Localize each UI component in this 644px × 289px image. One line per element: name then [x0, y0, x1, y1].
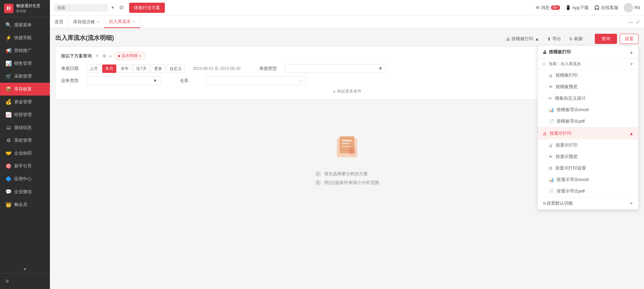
dp-tpdf-label: 按模板导出pdf: [557, 118, 585, 124]
dp-dpdf-icon: 📄: [549, 189, 554, 194]
sidebar-item-marketing[interactable]: 📢 营销推广: [0, 44, 50, 57]
date-btn-last-month[interactable]: 上月: [87, 64, 101, 73]
sidebar-item-label-system: 系统管理: [14, 137, 32, 143]
sidebar-item-wechat[interactable]: 💬 企业微信: [0, 185, 50, 198]
sidebar-item-guide[interactable]: 🎯 新手引导: [0, 160, 50, 173]
dp-header-collapse-btn[interactable]: ▲: [629, 50, 634, 55]
doc-type-label: 单据类型: [259, 65, 280, 72]
date-btns: 上月 本月 本年 近7天 更多 自定义: [87, 64, 185, 73]
user-avatar-btn[interactable]: Rit: [624, 3, 640, 12]
sidebar-item-inventory[interactable]: 📦 库存核算: [0, 83, 50, 96]
sidebar-item-app-center[interactable]: 🔷 应用中心: [0, 173, 50, 185]
window-maximize-btn[interactable]: ⤢: [636, 19, 640, 25]
tab-batch-account[interactable]: 库存批次账 ×: [68, 16, 104, 28]
date-btn-custom[interactable]: 自定义: [167, 64, 185, 73]
app-download-icon: 📱: [565, 5, 571, 10]
customer-service-btn[interactable]: 🎧 在线客服: [594, 5, 618, 11]
filter-chip-close[interactable]: ×: [139, 54, 141, 58]
topbar-gear-icon[interactable]: ⚙: [119, 4, 124, 11]
dp-display-header-icon: 🖨: [543, 131, 547, 136]
dp-display-excel-btn[interactable]: 📊 按显示导出excel: [538, 174, 638, 185]
app-center-icon: 🔷: [5, 176, 11, 182]
svg-rect-4: [342, 146, 350, 147]
filter-collapse-icon[interactable]: «: [109, 53, 112, 58]
dp-display-print-btn[interactable]: 🖨 按显示打印: [538, 139, 638, 151]
dp-template-print-btn[interactable]: 🖨 按模板打印: [538, 70, 638, 81]
filter-settings-icon[interactable]: ⚙: [103, 53, 107, 58]
date-btn-7days[interactable]: 近7天: [133, 64, 150, 73]
avatar: [624, 3, 633, 12]
sidebar-item-member[interactable]: 👑 畅会员: [0, 198, 50, 211]
sidebar-item-operations[interactable]: 📈 经营管理: [0, 108, 50, 121]
quick-nav-icon: ⚡: [5, 35, 11, 41]
dp-footer[interactable]: ⚙ 设置默认功能 ▼: [538, 197, 638, 209]
dp-display-settings-btn[interactable]: ⚙ 按显示打印设置: [538, 162, 638, 174]
sidebar-item-label-app-center: 应用中心: [14, 176, 32, 182]
topbar-dropdown-icon[interactable]: ▼: [111, 5, 115, 10]
settings-btn[interactable]: 设置: [620, 34, 639, 44]
sidebar-item-label-operations: 经营管理: [14, 112, 32, 118]
dp-dpreview-icon: 👁: [549, 154, 553, 159]
sidebar-item-label-marketing: 营销推广: [14, 48, 32, 54]
refresh-toolbar-btn[interactable]: ↻ 刷新: [566, 34, 586, 44]
filter-add-btn[interactable]: ＋: [94, 52, 100, 59]
window-minimize-btn[interactable]: —: [628, 19, 633, 25]
sidebar-item-search[interactable]: 🔍 搜索菜单: [0, 19, 50, 31]
filter-chip[interactable]: 流水明细 ×: [114, 52, 145, 60]
date-btn-this-month[interactable]: 本月: [102, 64, 116, 73]
sidebar-item-label-cooperation: 企业协同: [14, 150, 32, 156]
warehouse-more-icon[interactable]: ···: [299, 78, 303, 83]
business-type-dropdown[interactable]: ▼: [87, 76, 161, 85]
sidebar-item-sales[interactable]: 📊 销售管理: [0, 57, 50, 70]
sidebar-item-finance[interactable]: 💰 资金管理: [0, 96, 50, 108]
tab-batch-account-close[interactable]: ×: [97, 20, 99, 24]
dp-dexcel-label: 按显示导出excel: [557, 177, 589, 183]
purchase-icon: 🛒: [5, 73, 11, 79]
sidebar-item-quick-nav[interactable]: ⚡ 快捷导航: [0, 31, 50, 44]
date-btn-this-year[interactable]: 本年: [118, 64, 132, 73]
warehouse-input[interactable]: ···: [205, 76, 306, 85]
svg-text:?: ?: [350, 149, 353, 154]
sidebar-item-purchase[interactable]: 🛒 采购管理: [0, 70, 50, 83]
trial-btn[interactable]: 体验行业方案: [129, 3, 165, 13]
query-btn[interactable]: 查询: [595, 34, 617, 44]
guide-icon: 🎯: [5, 163, 11, 169]
dp-display-preview-btn[interactable]: 👁 按显示预览: [538, 151, 638, 162]
sidebar-scroll-down[interactable]: ▼: [0, 265, 50, 273]
dp-template-custom-btn[interactable]: ✏ 模板自定义设计: [538, 93, 638, 104]
dp-current-icon: ⊙: [543, 62, 546, 67]
date-btn-more[interactable]: 更多: [151, 64, 165, 73]
message-btn[interactable]: ✉ 消息 99+: [536, 5, 560, 11]
dp-texcel-icon: 📊: [549, 107, 554, 112]
dp-tcustom-icon: ✏: [549, 96, 552, 101]
search-input[interactable]: [54, 4, 108, 11]
dp-dexcel-icon: 📊: [549, 177, 554, 182]
doc-type-dropdown[interactable]: ▼: [285, 64, 386, 73]
export-toolbar-btn[interactable]: ⬆ 导出: [545, 34, 564, 44]
app-download-btn[interactable]: 📱 App下载: [565, 5, 589, 11]
app-download-label: App下载: [572, 5, 589, 11]
message-badge: 99+: [551, 5, 560, 10]
dp-template-preview-btn[interactable]: 👁 按模板预览: [538, 81, 638, 93]
tab-flow[interactable]: 出入库流水 ×: [104, 16, 140, 28]
dp-current-label: 当前：出入库流水: [549, 61, 581, 67]
sidebar-item-basic-info[interactable]: 🗂 基础信息: [0, 121, 50, 134]
sidebar-item-cooperation[interactable]: 🤝 企业协同: [0, 147, 50, 160]
dp-display-header[interactable]: 🖨 按显示打印 ▲: [538, 127, 638, 139]
dp-current-item[interactable]: ⊙ 当前：出入库流水 ▼: [538, 59, 638, 69]
tab-home[interactable]: 首页: [50, 16, 68, 28]
dp-footer-label: 设置默认功能: [547, 200, 573, 206]
sidebar-item-system[interactable]: ⚙ 系统管理: [0, 134, 50, 147]
sales-icon: 📊: [5, 60, 11, 67]
template-print-toolbar-btn[interactable]: 🖨 按模板打印 ▲: [503, 34, 542, 44]
topbar-right: ✉ 消息 99+ 📱 App下载 🎧 在线客服 Rit: [536, 3, 640, 12]
tab-flow-close[interactable]: ×: [133, 20, 135, 24]
main-area: ▼ ⚙ 体验行业方案 ✉ 消息 99+ 📱 App下载 🎧 在线客服 Rit: [50, 0, 644, 289]
sidebar-bottom-settings[interactable]: ⚙: [0, 276, 50, 286]
dp-template-excel-btn[interactable]: 📊 按模板导出excel: [538, 104, 638, 115]
print-icon: 🖨: [506, 36, 510, 42]
step2-num: 2: [315, 180, 321, 186]
dp-template-pdf-btn[interactable]: 📄 按模板导出pdf: [538, 115, 638, 127]
business-type-label: 业务类型: [61, 78, 81, 84]
dp-display-pdf-btn[interactable]: 📄 按显示导出pdf: [538, 185, 638, 197]
